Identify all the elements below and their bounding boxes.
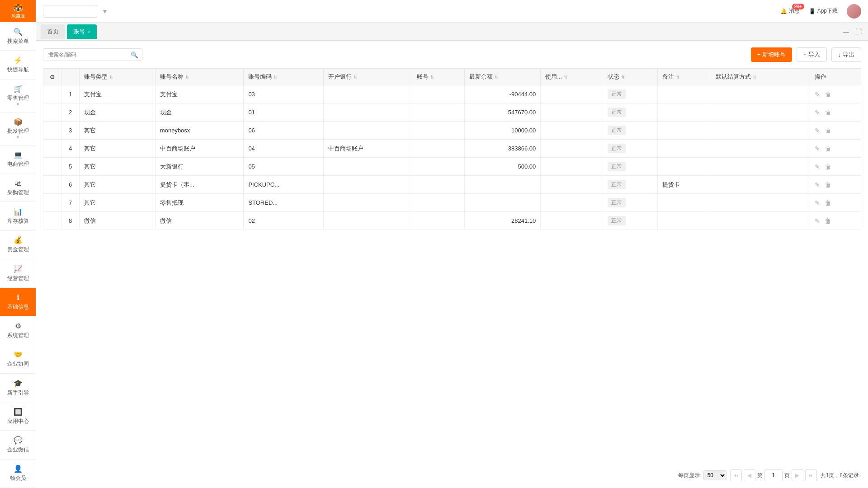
- row-account: [412, 194, 465, 212]
- search-input[interactable]: [43, 49, 127, 61]
- settings-icon[interactable]: ⚙: [50, 74, 55, 80]
- col-account[interactable]: 账号⇅: [412, 69, 465, 85]
- row-default-payment: [711, 122, 810, 140]
- app-center-icon: 🔲: [14, 408, 23, 416]
- message-button[interactable]: 🔔 消息 99+: [780, 7, 800, 15]
- user-avatar[interactable]: [847, 4, 861, 19]
- search-button[interactable]: 🔍: [127, 52, 142, 58]
- sidebar-item-wholesale[interactable]: 📦 批发管理 ▼: [0, 113, 36, 145]
- row-name: 支付宝: [155, 85, 244, 103]
- edit-icon[interactable]: ✎: [815, 163, 820, 170]
- minimize-icon[interactable]: —: [841, 26, 851, 37]
- edit-icon[interactable]: ✎: [815, 199, 820, 206]
- row-type: 现金: [80, 103, 156, 122]
- operations-icon: 📈: [14, 265, 23, 273]
- row-name: 微信: [155, 212, 244, 230]
- sidebar-item-label: 应用中心: [7, 418, 29, 425]
- prev-page-button[interactable]: ◀: [744, 469, 755, 481]
- edit-icon[interactable]: ✎: [815, 217, 820, 225]
- sidebar-item-app-center[interactable]: 🔲 应用中心: [0, 402, 36, 431]
- col-code[interactable]: 账号编码⇅: [244, 69, 324, 85]
- col-bank[interactable]: 开户银行⇅: [324, 69, 412, 85]
- delete-icon[interactable]: 🗑: [825, 127, 831, 134]
- edit-icon[interactable]: ✎: [815, 181, 820, 188]
- row-usage: [541, 85, 603, 103]
- col-balance[interactable]: 最新余额⇅: [465, 69, 541, 85]
- delete-icon[interactable]: 🗑: [825, 109, 831, 116]
- delete-icon[interactable]: 🗑: [825, 91, 831, 98]
- col-remark[interactable]: 备注⇅: [657, 69, 711, 85]
- first-page-button[interactable]: ⏮: [730, 469, 742, 481]
- table-row: 1 支付宝 支付宝 03 -90444.00 正常 ✎ 🗑: [43, 85, 861, 103]
- page-number-input[interactable]: [764, 469, 783, 481]
- table-row: 6 其它 提货卡（零... PICKUPC... 正常 提货卡 ✎ 🗑: [43, 176, 861, 194]
- delete-icon[interactable]: 🗑: [825, 145, 831, 152]
- page-size-select[interactable]: 50 100 200: [703, 470, 726, 480]
- sidebar-item-label: 系统管理: [7, 332, 29, 339]
- row-type: 其它: [80, 140, 156, 158]
- sidebar-item-system[interactable]: ⚙ 系统管理: [0, 316, 36, 345]
- row-remark: [657, 212, 711, 230]
- row-actions: ✎ 🗑: [810, 140, 861, 158]
- sidebar-item-ecommerce[interactable]: 💻 电商管理: [0, 145, 36, 174]
- row-name: 大新银行: [155, 158, 244, 176]
- edit-icon[interactable]: ✎: [815, 145, 820, 152]
- sidebar-item-retail[interactable]: 🛒 零售管理 ▼: [0, 80, 36, 113]
- edit-icon[interactable]: ✎: [815, 91, 820, 98]
- row-name: 中百商场账户: [155, 140, 244, 158]
- col-status[interactable]: 状态⇅: [603, 69, 657, 85]
- delete-icon[interactable]: 🗑: [825, 217, 831, 225]
- row-checkbox-cell: [43, 176, 61, 194]
- row-balance: 500.00: [465, 158, 541, 176]
- export-button[interactable]: ↓ 导出: [831, 47, 862, 62]
- maximize-icon[interactable]: ⛶: [854, 26, 863, 37]
- sidebar-item-member[interactable]: 👤 畅会员: [0, 460, 36, 488]
- row-num: 4: [61, 140, 80, 158]
- tab-home[interactable]: 首页: [41, 24, 65, 39]
- sidebar-item-label: 批发管理: [7, 127, 29, 135]
- system-icon: ⚙: [15, 322, 21, 330]
- delete-icon[interactable]: 🗑: [825, 163, 831, 170]
- sidebar-item-finance[interactable]: 💰 资金管理: [0, 231, 36, 259]
- app-version: 乐惠版: [11, 13, 25, 19]
- sidebar-item-cooperation[interactable]: 🤝 企业协同: [0, 345, 36, 374]
- sidebar-item-nav[interactable]: ⚡ 快捷导航: [0, 51, 36, 79]
- table-header-row: ⚙ 账号类型⇅ 账号名称⇅ 账号编码⇅ 开户银行⇅ 账号⇅ 最新余额⇅ 使用..…: [43, 69, 861, 85]
- edit-icon[interactable]: ✎: [815, 127, 820, 134]
- col-type[interactable]: 账号类型⇅: [80, 69, 156, 85]
- sidebar-item-operations[interactable]: 📈 经营管理: [0, 259, 36, 288]
- top-search-input[interactable]: [43, 5, 97, 18]
- sidebar-item-enterprise-wechat[interactable]: 💬 企业微信: [0, 431, 36, 459]
- row-num: 7: [61, 194, 80, 212]
- page-label: 第: [757, 472, 763, 479]
- row-bank: [324, 103, 412, 122]
- edit-icon[interactable]: ✎: [815, 109, 820, 116]
- tab-close-button[interactable]: ×: [88, 29, 90, 34]
- delete-icon[interactable]: 🗑: [825, 199, 831, 206]
- tab-account[interactable]: 账号 ×: [67, 24, 97, 39]
- col-action: 操作: [810, 69, 861, 85]
- import-button[interactable]: ↑ 导入: [797, 47, 827, 62]
- sidebar-item-purchase[interactable]: 🛍 采购管理: [0, 174, 36, 202]
- last-page-button[interactable]: ⏭: [805, 469, 817, 481]
- row-usage: [541, 212, 603, 230]
- sidebar-item-guide[interactable]: 🎓 新手引导: [0, 374, 36, 402]
- sidebar-item-basic-info[interactable]: ℹ 基础信息: [0, 288, 36, 316]
- table-row: 2 现金 现金 01 547670.00 正常 ✎ 🗑: [43, 103, 861, 122]
- dropdown-icon[interactable]: ▼: [102, 8, 108, 15]
- next-page-button[interactable]: ▶: [792, 469, 803, 481]
- row-actions: ✎ 🗑: [810, 212, 861, 230]
- col-default-payment[interactable]: 默认结算方式⇅: [711, 69, 810, 85]
- sidebar-item-label: 快捷导航: [7, 66, 29, 74]
- delete-icon[interactable]: 🗑: [825, 181, 831, 188]
- app-download-button[interactable]: 📱 App下载: [809, 7, 838, 15]
- sidebar-item-search[interactable]: 🔍 搜索菜单: [0, 22, 36, 51]
- sidebar-item-inventory[interactable]: 📊 库存核算: [0, 202, 36, 230]
- row-status: 正常: [603, 194, 657, 212]
- row-account: [412, 103, 465, 122]
- pagination-bar: 每页显示 50 100 200 ⏮ ◀ 第 页 ▶ ⏭ 共1页，8条记录: [678, 469, 859, 481]
- col-usage[interactable]: 使用...⇅: [541, 69, 603, 85]
- row-status: 正常: [603, 212, 657, 230]
- add-account-button[interactable]: + 新增账号: [751, 47, 792, 62]
- col-name[interactable]: 账号名称⇅: [155, 69, 244, 85]
